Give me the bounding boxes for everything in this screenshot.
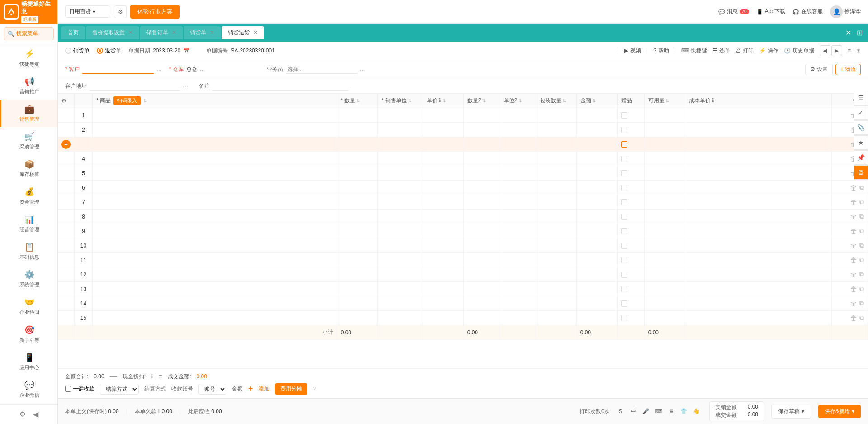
sidebar-settings-btn[interactable]: ⚙ bbox=[18, 408, 28, 420]
r7-g[interactable] bbox=[617, 195, 644, 210]
r14-cp[interactable] bbox=[685, 296, 831, 311]
r9-q2[interactable] bbox=[463, 224, 500, 238]
sidebar-item-wechat[interactable]: 💬 企业微信 bbox=[0, 376, 57, 403]
r8-q2[interactable] bbox=[463, 210, 500, 224]
r7-cpy[interactable]: ⧉ bbox=[859, 198, 864, 206]
r7-q[interactable] bbox=[337, 195, 377, 210]
tab-sale-order[interactable]: 销售订单 ✕ bbox=[140, 26, 183, 39]
row3-product[interactable] bbox=[93, 137, 337, 152]
r14-q[interactable] bbox=[337, 296, 377, 311]
shortcut-btn[interactable]: ⌨ 快捷键 bbox=[681, 47, 707, 55]
r4-u2[interactable] bbox=[500, 152, 536, 166]
warehouse-more-icon[interactable]: ··· bbox=[200, 66, 205, 73]
search-menu-button[interactable]: 🔍 搜索菜单 bbox=[4, 27, 54, 40]
note-input[interactable] bbox=[212, 82, 348, 91]
r6-p[interactable] bbox=[93, 181, 337, 195]
r15-pk[interactable] bbox=[536, 311, 576, 325]
r9-av[interactable] bbox=[644, 224, 685, 238]
row1-product-input[interactable] bbox=[96, 112, 333, 119]
r15-q[interactable] bbox=[337, 311, 377, 325]
r13-pk[interactable] bbox=[536, 282, 576, 296]
r10-del[interactable]: 🗑 bbox=[850, 242, 857, 249]
qty-sort-icon[interactable]: ⇅ bbox=[356, 98, 360, 103]
r15-del[interactable]: 🗑 bbox=[850, 314, 857, 322]
r9-pr[interactable] bbox=[423, 224, 463, 238]
r10-u2[interactable] bbox=[500, 238, 536, 253]
r12-del[interactable]: 🗑 bbox=[850, 271, 857, 278]
calendar-icon[interactable]: 📅 bbox=[183, 48, 190, 54]
sidebar-item-finance[interactable]: 💰 资金管理 bbox=[0, 182, 57, 210]
r10-q2[interactable] bbox=[463, 238, 500, 253]
r11-q2[interactable] bbox=[463, 253, 500, 267]
row3-unit[interactable] bbox=[377, 137, 423, 152]
r7-pk[interactable] bbox=[536, 195, 576, 210]
row1-price[interactable] bbox=[423, 108, 463, 123]
r4-q[interactable] bbox=[337, 152, 377, 166]
ime-icon-4[interactable]: ⌨ bbox=[653, 406, 664, 417]
r15-q2[interactable] bbox=[463, 311, 500, 325]
r6-av[interactable] bbox=[644, 181, 685, 195]
radio-sale-item[interactable]: 销货单 bbox=[65, 47, 90, 55]
row2-unit2[interactable] bbox=[500, 123, 536, 137]
sidebar-search-area[interactable]: 🔍 搜索菜单 bbox=[0, 24, 57, 44]
r12-av[interactable] bbox=[644, 267, 685, 282]
float-btn-6[interactable]: 🖥 bbox=[854, 165, 868, 180]
r12-pr[interactable] bbox=[423, 267, 463, 282]
r12-cpy[interactable]: ⧉ bbox=[859, 271, 864, 278]
r5-u[interactable] bbox=[377, 166, 423, 181]
r12-a[interactable] bbox=[576, 267, 617, 282]
row1-qty2[interactable] bbox=[463, 108, 500, 123]
r12-u[interactable] bbox=[377, 267, 423, 282]
tab-sale-order-close[interactable]: ✕ bbox=[172, 29, 176, 36]
r10-u[interactable] bbox=[377, 238, 423, 253]
r6-u[interactable] bbox=[377, 181, 423, 195]
prev-record-btn[interactable]: ◀ bbox=[820, 45, 830, 56]
r9-a[interactable] bbox=[576, 224, 617, 238]
r8-p[interactable] bbox=[93, 210, 337, 224]
r8-cpy[interactable]: ⧉ bbox=[859, 213, 864, 220]
r11-q[interactable] bbox=[337, 253, 377, 267]
price-sort-icon[interactable]: ⇅ bbox=[442, 98, 446, 103]
float-btn-4[interactable]: ★ bbox=[854, 135, 868, 150]
row1-cost-price[interactable] bbox=[685, 108, 831, 123]
r13-p[interactable] bbox=[93, 282, 337, 296]
sidebar-item-quick-nav[interactable]: ⚡ 快捷导航 bbox=[0, 44, 57, 72]
r5-pr[interactable] bbox=[423, 166, 463, 181]
row3-unit2[interactable] bbox=[500, 137, 536, 152]
r11-u2[interactable] bbox=[500, 253, 536, 267]
r4-q2[interactable] bbox=[463, 152, 500, 166]
r11-cp[interactable] bbox=[685, 253, 831, 267]
sale-unit-sort-icon[interactable]: ⇅ bbox=[408, 98, 411, 103]
one-click-payment-label[interactable]: 一键收款 bbox=[65, 385, 94, 393]
r9-del[interactable]: 🗑 bbox=[850, 228, 857, 235]
row2-product[interactable] bbox=[93, 123, 337, 137]
ime-icon-7[interactable]: 👋 bbox=[691, 406, 702, 417]
r13-u[interactable] bbox=[377, 282, 423, 296]
r15-u[interactable] bbox=[377, 311, 423, 325]
cash-discount-help-icon[interactable]: ℹ bbox=[151, 373, 153, 380]
r10-p[interactable] bbox=[93, 238, 337, 253]
r6-u2[interactable] bbox=[500, 181, 536, 195]
next-record-btn[interactable]: ▶ bbox=[831, 45, 842, 56]
ime-icon-1[interactable]: S bbox=[615, 406, 626, 417]
r14-a[interactable] bbox=[576, 296, 617, 311]
r11-pr[interactable] bbox=[423, 253, 463, 267]
add-logistics-btn[interactable]: + 物流 bbox=[835, 64, 861, 75]
row3-price[interactable] bbox=[423, 137, 463, 152]
sidebar-item-operations[interactable]: 📊 经营管理 bbox=[0, 210, 57, 238]
account-number-select[interactable]: 账号 bbox=[198, 384, 226, 395]
row2-gift[interactable] bbox=[617, 123, 644, 137]
r12-g[interactable] bbox=[617, 267, 644, 282]
help-btn[interactable]: ? 帮助 bbox=[653, 47, 669, 55]
r7-p[interactable] bbox=[93, 195, 337, 210]
r10-cpy[interactable]: ⧉ bbox=[859, 242, 864, 249]
r5-pk[interactable] bbox=[536, 166, 576, 181]
product-sort-icon[interactable]: ⇅ bbox=[143, 98, 147, 103]
row1-gift[interactable] bbox=[617, 108, 644, 123]
r6-cp[interactable] bbox=[685, 181, 831, 195]
r8-av[interactable] bbox=[644, 210, 685, 224]
r8-pk[interactable] bbox=[536, 210, 576, 224]
address-more-icon[interactable]: ··· bbox=[183, 83, 188, 90]
breadcrumb-select[interactable]: 日用百货 ▾ bbox=[65, 5, 110, 18]
r14-g[interactable] bbox=[617, 296, 644, 311]
